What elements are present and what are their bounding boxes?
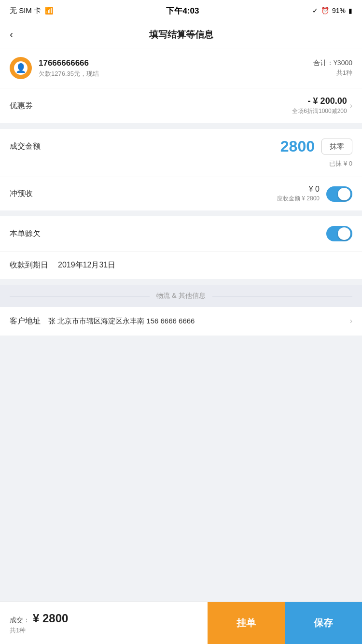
alarm-icon: ⏰ xyxy=(321,7,329,14)
wifi-icon: 📶 xyxy=(45,7,53,14)
logistics-divider: 物流 & 其他信息 xyxy=(0,285,362,307)
back-button[interactable]: ‹ xyxy=(10,28,13,41)
status-time: 下午4:03 xyxy=(166,5,199,16)
due-date-label: 收款到期日 xyxy=(10,260,48,270)
coupon-right: - ¥ 200.00 全场6折满1000减200 › xyxy=(292,96,352,115)
debt-label: 本单赊欠 xyxy=(10,229,41,239)
precollect-value: ¥ 0 应收金额 ¥ 2800 xyxy=(277,185,320,203)
amount-label: 成交金额 xyxy=(10,141,41,152)
debt-card: 本单赊欠 收款到期日 2019年12月31日 xyxy=(0,216,362,279)
debt-toggle[interactable] xyxy=(326,226,352,241)
battery-icon: ▮ xyxy=(348,7,352,14)
amount-value-row: 2800 抹零 xyxy=(280,138,352,155)
status-bar: 无 SIM 卡 📶 下午4:03 ✓ ⏰ 91% ▮ xyxy=(0,0,362,21)
divider-line-right xyxy=(212,296,352,296)
amount-row: 成交金额 2800 抹零 xyxy=(10,138,352,155)
precollect-right: ¥ 0 应收金额 ¥ 2800 xyxy=(277,185,352,203)
status-left: 无 SIM 卡 📶 xyxy=(10,6,53,15)
address-value: 张 北京市市辖区海淀区永丰南 156 6666 6666 xyxy=(48,316,350,327)
customer-phone: 17666666666 xyxy=(39,58,99,68)
address-card: 客户地址 张 北京市市辖区海淀区永丰南 156 6666 6666 › xyxy=(0,307,362,336)
total-count-label: 共1种 xyxy=(313,69,352,77)
address-label: 客户地址 xyxy=(10,316,43,326)
avatar-person-icon: 👤 xyxy=(15,63,26,73)
coupon-chevron-icon: › xyxy=(350,101,352,110)
round-button[interactable]: 抹零 xyxy=(321,139,352,154)
customer-total: 合计：¥3000 共1种 xyxy=(313,59,352,77)
bottom-summary-label: 成交： xyxy=(10,616,30,625)
bottom-actions: 挂单 保存 xyxy=(208,602,362,644)
customer-card: 👤 17666666666 欠款1276.35元，现结 合计：¥3000 共1种… xyxy=(0,48,362,123)
customer-debt: 欠款1276.35元，现结 xyxy=(39,70,99,78)
amount-number: 2800 xyxy=(280,138,315,155)
save-button[interactable]: 保存 xyxy=(285,602,362,644)
content: 👤 17666666666 欠款1276.35元，现结 合计：¥3000 共1种… xyxy=(0,48,362,443)
total-amount-label: 合计：¥3000 xyxy=(313,59,352,68)
precollect-row: 冲预收 ¥ 0 应收金额 ¥ 2800 xyxy=(0,177,362,210)
debt-toggle-knob xyxy=(338,227,350,240)
location-icon: ✓ xyxy=(312,7,318,14)
bottom-bar: 成交： ¥ 2800 共1种 挂单 保存 xyxy=(0,602,362,644)
bottom-summary: 成交： ¥ 2800 共1种 xyxy=(0,612,208,635)
coupon-desc: 全场6折满1000减200 xyxy=(292,107,347,115)
coupon-info: - ¥ 200.00 全场6折满1000减200 xyxy=(292,96,347,115)
divider-line-left xyxy=(10,296,150,296)
coupon-label: 优惠券 xyxy=(10,101,33,111)
address-chevron-icon: › xyxy=(350,317,352,325)
bottom-summary-count: 共1种 xyxy=(10,626,198,635)
amount-sub: 已抹 ¥ 0 xyxy=(10,159,352,168)
nav-bar: ‹ 填写结算等信息 xyxy=(0,21,362,48)
divider-text: 物流 & 其他信息 xyxy=(156,292,205,300)
precollect-toggle[interactable] xyxy=(326,186,352,202)
customer-info: 17666666666 欠款1276.35元，现结 xyxy=(39,58,99,78)
customer-left: 👤 17666666666 欠款1276.35元，现结 xyxy=(10,57,99,79)
bottom-summary-amount: ¥ 2800 xyxy=(33,612,68,625)
pending-button[interactable]: 挂单 xyxy=(208,602,285,644)
gray-spacer xyxy=(0,341,362,399)
avatar: 👤 xyxy=(10,57,32,79)
coupon-amount: - ¥ 200.00 xyxy=(292,96,347,106)
toggle-knob xyxy=(338,188,350,200)
precollect-amount: ¥ 0 xyxy=(277,185,320,194)
battery-label: 91% xyxy=(332,7,346,14)
coupon-row[interactable]: 优惠券 - ¥ 200.00 全场6折满1000减200 › xyxy=(0,88,362,123)
precollect-sub: 应收金额 ¥ 2800 xyxy=(277,195,320,203)
amount-card: 成交金额 2800 抹零 已抹 ¥ 0 冲预收 ¥ 0 应收金额 ¥ 2800 xyxy=(0,129,362,210)
due-date-value: 2019年12月31日 xyxy=(58,260,115,270)
bottom-summary-top: 成交： ¥ 2800 xyxy=(10,612,198,625)
customer-row: 👤 17666666666 欠款1276.35元，现结 合计：¥3000 共1种 xyxy=(0,48,362,88)
due-date-row: 收款到期日 2019年12月31日 xyxy=(0,251,362,279)
amount-section: 成交金额 2800 抹零 已抹 ¥ 0 xyxy=(0,129,362,177)
address-row[interactable]: 客户地址 张 北京市市辖区海淀区永丰南 156 6666 6666 › xyxy=(0,307,362,336)
status-right: ✓ ⏰ 91% ▮ xyxy=(312,7,352,14)
debt-row: 本单赊欠 xyxy=(0,216,362,251)
sim-label: 无 SIM 卡 xyxy=(10,6,41,15)
page-title: 填写结算等信息 xyxy=(149,28,213,41)
precollect-label: 冲预收 xyxy=(10,189,33,199)
